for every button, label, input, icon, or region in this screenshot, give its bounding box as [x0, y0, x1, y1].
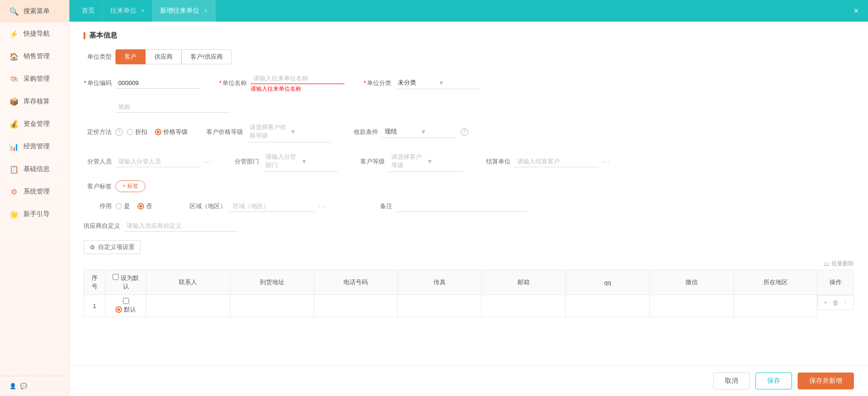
manager-more-icon[interactable]: ··· — [204, 158, 212, 165]
unit-category-select[interactable]: 未分类 ▼ — [395, 77, 480, 89]
tab-home[interactable]: 首页 — [74, 0, 103, 22]
star-icon: 🌟 — [9, 210, 19, 219]
manager-input[interactable] — [115, 156, 200, 167]
doc-icon: 📋 — [9, 164, 19, 174]
radio-level[interactable]: 价格等级 — [155, 128, 188, 136]
manager-label: 分管人员 — [84, 157, 112, 166]
region-input[interactable] — [230, 201, 314, 212]
pricing-question-icon[interactable]: ? — [115, 128, 123, 136]
payment-terms-select[interactable]: 现结 ▼ — [382, 125, 457, 138]
settings-gear-icon: ⚙ — [90, 244, 95, 251]
remark-input[interactable] — [396, 201, 527, 212]
sidebar-item-inventory[interactable]: 📦 库存核算 — [0, 90, 69, 113]
delete-row-icon[interactable]: 🗑 — [832, 299, 838, 306]
sidebar-item-nav[interactable]: ⚡ 快捷导航 — [0, 23, 69, 45]
remark-item: 备注 — [364, 201, 527, 212]
remark-label: 备注 — [364, 202, 392, 210]
tab-partners[interactable]: 往来单位 × — [103, 0, 152, 22]
save-button[interactable]: 保存 — [755, 373, 792, 389]
main-area: 首页 往来单位 × 新增往来单位 × × 基本信息 单位类型 客户 供应商 客户… — [69, 0, 868, 396]
radio-yes[interactable]: 是 — [115, 202, 130, 210]
sidebar-item-basic[interactable]: 📋 基础信息 — [0, 158, 69, 180]
cell-email[interactable] — [482, 295, 566, 317]
type-btn-supplier[interactable]: 供应商 — [145, 49, 182, 64]
title-bar-icon — [84, 32, 85, 39]
type-btn-both[interactable]: 客户/供应商 — [182, 49, 232, 64]
tab-new-partner[interactable]: 新增往来单位 × — [152, 0, 215, 22]
batch-delete-label[interactable]: 批量删除 — [831, 260, 854, 268]
region-cell-input[interactable] — [739, 303, 813, 310]
sidebar-item-search[interactable]: 🔍 搜索菜单 — [0, 0, 69, 23]
sidebar-item-purchase[interactable]: 🛍 采购管理 — [0, 68, 69, 90]
address-input[interactable] — [235, 303, 309, 310]
col-qq: qq — [565, 270, 649, 295]
sidebar-item-finance[interactable]: 💰 资金管理 — [0, 113, 69, 135]
settlement-more-icon[interactable]: ··· — [602, 158, 611, 165]
col-phone: 电话号码 — [314, 270, 398, 295]
customer-price-select[interactable]: 请选择客户价格等级 ▼ — [247, 121, 331, 142]
sidebar-item-system[interactable]: ⚙ 系统管理 — [0, 180, 69, 203]
cell-address[interactable] — [230, 295, 314, 317]
sidebar-item-operations[interactable]: 📊 经营管理 — [0, 135, 69, 158]
batch-delete-area: 🗂 批量删除 — [84, 260, 854, 268]
sidebar-item-guide[interactable]: 🌟 新手引导 — [0, 203, 69, 225]
fax-input[interactable] — [403, 303, 477, 310]
customer-price-item: 客户价格等级 请选择客户价格等级 ▼ — [206, 121, 331, 142]
manager-row: 分管人员 ··· 分管部门 请输入分管部门 ▼ 客户等级 请选择客户等级 ▼ 结… — [84, 151, 854, 172]
sidebar-footer: 👤💬 — [0, 376, 69, 396]
cell-qq[interactable] — [565, 295, 649, 317]
email-input[interactable] — [487, 303, 561, 310]
unit-type-item: 单位类型 客户 供应商 客户/供应商 — [84, 49, 232, 64]
cell-wechat[interactable] — [649, 295, 733, 317]
alias-input[interactable] — [115, 101, 230, 113]
type-btn-customer[interactable]: 客户 — [115, 49, 145, 64]
save-new-button[interactable]: 保存并新增 — [798, 373, 854, 389]
cell-phone[interactable] — [314, 295, 398, 317]
customer-level-select[interactable]: 请选择客户等级 ▼ — [388, 151, 464, 172]
payment-question-icon[interactable]: ? — [461, 128, 468, 136]
unit-name-input[interactable] — [251, 73, 344, 84]
supplier-custom-input[interactable] — [124, 220, 238, 232]
dept-select[interactable]: 请输入分管部门 ▼ — [263, 151, 338, 172]
unit-category-item: 单位分类 未分类 ▼ — [363, 77, 480, 89]
dept-item: 分管部门 请输入分管部门 ▼ — [231, 151, 338, 172]
phone-input[interactable] — [319, 303, 393, 310]
add-row-icon[interactable]: ＋ — [822, 298, 829, 307]
row-checkbox[interactable] — [123, 298, 129, 304]
tab-close-all[interactable]: × — [849, 6, 863, 16]
wechat-input[interactable] — [655, 303, 729, 310]
qq-input[interactable] — [571, 303, 645, 310]
drag-handle-icon[interactable]: ⋮ — [842, 299, 848, 306]
col-fax: 传真 — [398, 270, 482, 295]
unit-code-item: 单位编码 — [84, 78, 200, 89]
unit-type-label: 单位类型 — [84, 53, 112, 61]
cancel-button[interactable]: 取消 — [713, 373, 750, 389]
radio-no[interactable]: 否 — [137, 202, 152, 210]
unit-type-btn-group: 客户 供应商 客户/供应商 — [115, 49, 232, 64]
settlement-input[interactable] — [514, 156, 599, 167]
payment-chevron: ▼ — [420, 128, 454, 135]
disabled-label: 停用 — [84, 202, 112, 210]
customer-price-label: 客户价格等级 — [206, 128, 243, 136]
sidebar-item-sales[interactable]: 🏠 销售管理 — [0, 45, 69, 68]
pricing-method-label: 定价方法 — [84, 128, 112, 136]
cell-region[interactable] — [733, 295, 817, 317]
lightning-icon: ⚡ — [9, 29, 19, 39]
custom-settings-button[interactable]: ⚙ 自定义项设置 — [84, 240, 141, 254]
add-tag-button[interactable]: + 标签 — [115, 180, 145, 192]
region-more-icon[interactable]: ··· — [318, 202, 327, 210]
cell-contact[interactable] — [146, 295, 230, 317]
cell-fax[interactable] — [398, 295, 482, 317]
tab-partners-close[interactable]: × — [141, 8, 145, 14]
select-all-checkbox[interactable] — [113, 274, 119, 280]
tab-new-partner-close[interactable]: × — [204, 8, 207, 14]
radio-discount-circle — [127, 129, 133, 135]
radio-discount[interactable]: 折扣 — [127, 128, 147, 136]
contact-input[interactable] — [151, 303, 225, 310]
unit-code-label: 单位编码 — [84, 79, 112, 87]
customer-level-item: 客户等级 请选择客户等级 ▼ — [357, 151, 464, 172]
table-header-row: 序号 设为默认 联系人 到货地址 电话号码 传真 邮箱 qq 微信 所在地区 操… — [84, 270, 854, 295]
unit-code-input[interactable] — [115, 78, 200, 89]
col-action: 操作 — [817, 270, 854, 295]
cell-index: 1 — [84, 295, 106, 317]
